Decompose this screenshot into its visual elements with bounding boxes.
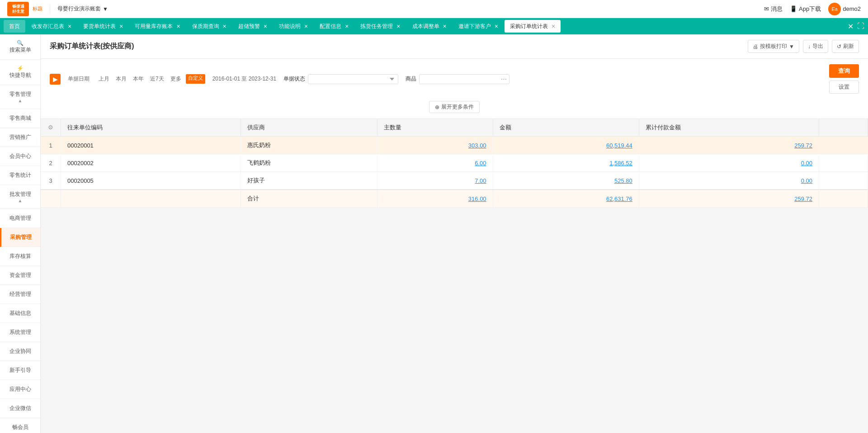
sidebar-item-search[interactable]: 🔍 搜索菜单: [0, 34, 40, 60]
tab-caigou-active[interactable]: 采购订单统计表 ×: [505, 20, 561, 33]
row-extra: [819, 172, 868, 190]
sidebar-item-basic-info[interactable]: 基础信息: [0, 304, 40, 323]
tab-yaoqing-close-icon[interactable]: ×: [495, 23, 498, 30]
tab-caigou-close-icon[interactable]: ×: [552, 23, 555, 30]
sidebar-item-wechat[interactable]: 企业微信: [0, 399, 40, 418]
row-quantity[interactable]: 303.00: [377, 137, 493, 154]
close-all-tabs-icon[interactable]: ✕: [848, 22, 854, 31]
row-paid[interactable]: 0.00: [639, 154, 819, 172]
tab-yaohuo[interactable]: 要货单统计表 ×: [78, 20, 128, 33]
sidebar-item-ecommerce[interactable]: 电商管理: [0, 209, 40, 228]
tab-jianhuo-close-icon[interactable]: ×: [396, 23, 400, 30]
sidebar-item-retail-mall[interactable]: 零售商城: [0, 109, 40, 128]
sidebar-item-purchase[interactable]: 采购管理: [0, 228, 40, 247]
sidebar-item-marketing[interactable]: 营销推广: [0, 128, 40, 147]
message-button[interactable]: ✉ 消息: [764, 5, 783, 13]
tab-peizhi-close-icon[interactable]: ×: [345, 23, 349, 30]
message-label: 消息: [771, 5, 783, 13]
goods-input[interactable]: [419, 74, 509, 84]
sidebar-item-inventory[interactable]: 库存核算: [0, 247, 40, 266]
tab-chengben-close-icon[interactable]: ×: [443, 23, 447, 30]
expand-more-button[interactable]: ⊕ 展开更多条件: [429, 101, 480, 113]
tab-baozhi-close-icon[interactable]: ×: [223, 23, 226, 30]
refresh-label: 刷新: [843, 43, 854, 50]
row-amount[interactable]: 1,586.52: [493, 154, 639, 172]
tab-gongneng[interactable]: 功能说明 ×: [274, 20, 313, 33]
purchase-label: 采购管理: [3, 233, 38, 241]
tab-chaochuyujing[interactable]: 超储预警 ×: [233, 20, 273, 33]
table-row[interactable]: 3 00020005 好孩子 7.00 525.80 0.00: [41, 172, 868, 190]
goods-filter-group: 商品 ···: [406, 74, 509, 84]
column-settings-icon[interactable]: ⚙: [47, 124, 54, 131]
tab-shoufacun-close-icon[interactable]: ×: [68, 23, 71, 30]
tab-keyong-close-icon[interactable]: ×: [176, 23, 180, 30]
user-profile[interactable]: Ea demo2: [828, 3, 861, 15]
date-shortcut-last-month[interactable]: 上月: [97, 74, 111, 84]
search-action-group: 查询 设置: [829, 64, 859, 94]
tab-chaochuyujing-close-icon[interactable]: ×: [264, 23, 267, 30]
row-amount[interactable]: 525.80: [493, 172, 639, 190]
status-filter-group: 单据状态: [283, 74, 398, 84]
sidebar-item-quick-nav[interactable]: ⚡ 快捷导航: [0, 60, 40, 85]
sidebar-item-wholesale[interactable]: 批发管理 ▲: [0, 185, 40, 209]
breadcrumb-dropdown[interactable]: 母婴行业演示账套 ▼: [57, 5, 108, 13]
tab-shoufacun[interactable]: 收发存汇总表 ×: [26, 20, 77, 33]
sidebar-item-enterprise[interactable]: 企业协同: [0, 342, 40, 361]
row-amount[interactable]: 60,519.44: [493, 137, 639, 154]
tab-home[interactable]: 首页: [4, 20, 25, 33]
tab-baozhi[interactable]: 保质期查询 ×: [187, 20, 232, 33]
sidebar-item-system[interactable]: 系统管理: [0, 323, 40, 342]
date-custom-tag[interactable]: 自定义: [186, 74, 205, 84]
goods-more-icon[interactable]: ···: [501, 75, 507, 83]
sidebar-item-retail-mgmt[interactable]: 零售管理 ▲: [0, 85, 40, 109]
filter-more-row: ⊕ 展开更多条件: [50, 97, 859, 113]
row-quantity[interactable]: 6.00: [377, 154, 493, 172]
sidebar-item-app-center[interactable]: 应用中心: [0, 380, 40, 399]
tab-chengben[interactable]: 成本调整单 ×: [407, 20, 452, 33]
export-button[interactable]: ↓ 导出: [803, 40, 828, 53]
member-label: 会员中心: [2, 152, 38, 160]
template-print-button[interactable]: 🖨 按模板打印 ▼: [748, 40, 799, 53]
status-select[interactable]: [308, 74, 398, 84]
row-seq: 2: [41, 154, 61, 172]
row-quantity[interactable]: 7.00: [377, 172, 493, 190]
search-button[interactable]: 查询: [829, 64, 859, 78]
maximize-icon[interactable]: ⛶: [857, 22, 864, 30]
refresh-button[interactable]: ↺ 刷新: [832, 40, 859, 53]
sidebar-item-retail-stats[interactable]: 零售统计: [0, 166, 40, 185]
col-settings[interactable]: ⚙: [41, 119, 61, 137]
sidebar-item-finance[interactable]: 资金管理: [0, 266, 40, 285]
tab-gongneng-close-icon[interactable]: ×: [304, 23, 308, 30]
sidebar-item-member[interactable]: 会员中心: [0, 147, 40, 166]
tab-jianhuo[interactable]: 拣货任务管理 ×: [355, 20, 406, 33]
table-body: 1 00020001 惠氏奶粉 303.00 60,519.44 259.72 …: [41, 137, 868, 190]
row-paid[interactable]: 259.72: [639, 137, 819, 154]
top-bar-left: 畅捷通好生意 标题 母婴行业演示账套 ▼: [7, 2, 108, 16]
sidebar-item-operations[interactable]: 经营管理: [0, 285, 40, 304]
col-paid: 累计付款金额: [639, 119, 819, 137]
date-range-text: 2016-01-01 至 2023-12-31: [212, 75, 276, 83]
table-row[interactable]: 2 00020002 飞鹤奶粉 6.00 1,586.52 0.00: [41, 154, 868, 172]
tab-gongneng-label: 功能说明: [279, 23, 301, 30]
date-shortcut-more[interactable]: 更多: [169, 74, 183, 84]
tab-yaoqing[interactable]: 邀请下游客户 ×: [453, 20, 504, 33]
finance-label: 资金管理: [2, 271, 38, 279]
date-shortcut-this-month[interactable]: 本月: [114, 74, 128, 84]
table-row[interactable]: 1 00020001 惠氏奶粉 303.00 60,519.44 259.72: [41, 137, 868, 154]
expand-icon: ▲: [2, 98, 38, 103]
tab-keyong[interactable]: 可用量库存账本 ×: [129, 20, 185, 33]
date-shortcut-this-year[interactable]: 本年: [131, 74, 146, 84]
filter-toggle-button[interactable]: ▶: [50, 74, 61, 85]
tab-peizhi[interactable]: 配置信息 ×: [314, 20, 354, 33]
sidebar-item-guide[interactable]: 新手引导: [0, 361, 40, 380]
footer-paid: 259.72: [639, 190, 819, 208]
date-shortcut-7days[interactable]: 近7天: [148, 74, 166, 84]
tab-baozhi-label: 保质期查询: [192, 23, 219, 30]
row-paid[interactable]: 0.00: [639, 172, 819, 190]
row-supplier: 飞鹤奶粉: [241, 154, 377, 172]
tab-yaohuo-close-icon[interactable]: ×: [119, 23, 123, 30]
refresh-icon: ↺: [837, 43, 841, 50]
app-download-button[interactable]: 📱 App下载: [790, 5, 821, 13]
setting-button[interactable]: 设置: [829, 81, 859, 94]
sidebar-item-vip[interactable]: 畅会员: [0, 418, 40, 433]
